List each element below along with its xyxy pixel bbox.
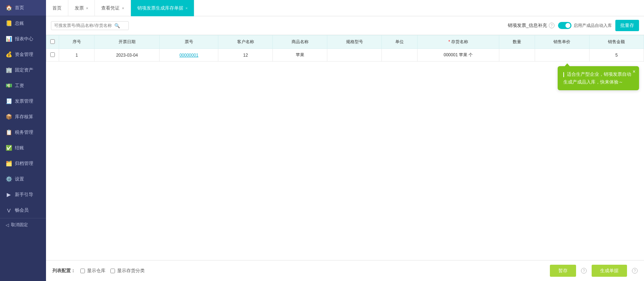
col-amount: 销售金额 — [589, 35, 644, 49]
col-seq: 序号 — [59, 35, 94, 49]
tab-sales-invoice[interactable]: 销项发票生成库存单据 × — [131, 0, 194, 16]
assets-icon: 🏢 — [6, 67, 12, 73]
row-model — [327, 49, 382, 62]
sidebar-item-report-center[interactable]: 📊 报表中心 — [0, 31, 46, 47]
save-help-icon[interactable]: ? — [581, 268, 587, 274]
sidebar-item-fund-management[interactable]: 💰 资金管理 — [0, 47, 46, 62]
guide-icon: ▶ — [6, 191, 12, 198]
main-area: 首页 发票 × 查看凭证 × 销项发票生成库存单据 × 🔍 销项发票_信息补充 … — [46, 0, 644, 281]
payroll-icon: 💵 — [6, 82, 12, 89]
save-button[interactable]: 暂存 — [550, 265, 576, 277]
show-category-checkbox[interactable] — [110, 269, 115, 273]
tab-invoice-close[interactable]: × — [86, 6, 88, 10]
col-model: 规格型号 — [327, 35, 382, 49]
row-invoice-no[interactable]: 00000001 — [160, 49, 218, 62]
search-icon: 🔍 — [114, 23, 120, 28]
show-category-label: 显示存货分类 — [117, 268, 145, 274]
sidebar: 🏠 首页 📒 总账 📊 报表中心 💰 资金管理 🏢 固定资产 💵 工资 🧾 发票… — [0, 0, 46, 281]
row-amount: 5 — [589, 49, 644, 62]
col-product-name: 商品名称 — [273, 35, 327, 49]
sidebar-item-home[interactable]: 🏠 首页 — [0, 0, 46, 16]
tab-invoice[interactable]: 发票 × — [68, 0, 95, 16]
list-config-label: 列表配置： — [52, 268, 75, 274]
tab-bar: 首页 发票 × 查看凭证 × 销项发票生成库存单据 × — [46, 0, 644, 16]
col-checkbox — [46, 35, 59, 49]
tooltip-close-button[interactable]: × — [633, 69, 636, 74]
row-inventory-name: 000001 苹果 个 — [417, 49, 499, 62]
info-label: 销项发票_信息补充 ? — [508, 22, 554, 29]
sidebar-item-invoice-management[interactable]: 🧾 发票管理 — [0, 93, 46, 109]
batch-save-button[interactable]: 批量存 — [615, 20, 639, 31]
row-unit-price — [535, 49, 589, 62]
show-category-group: 显示存货分类 — [110, 268, 145, 274]
tooltip-cursor — [563, 72, 564, 77]
sidebar-item-inventory[interactable]: 📦 库存核算 — [0, 109, 46, 125]
generate-help-icon[interactable]: ? — [632, 268, 638, 274]
col-inventory-name: 存货名称 — [417, 35, 499, 49]
pin-icon: ◁ — [6, 223, 9, 228]
invoice-icon: 🧾 — [6, 98, 12, 104]
sidebar-item-settlement[interactable]: ✅ 结账 — [0, 140, 46, 156]
tooltip-text: 适合生产型企业，销项发票自动生成产成品入库，快来体验～ — [563, 71, 631, 85]
row-customer: 12 — [218, 49, 273, 62]
tab-sales-invoice-close[interactable]: × — [185, 6, 188, 10]
row-product-name: 苹果 — [273, 49, 327, 62]
row-checkbox-cell — [46, 49, 59, 62]
inventory-icon: 📦 — [6, 114, 12, 120]
report-icon: 📊 — [6, 36, 12, 42]
row-quantity — [499, 49, 535, 62]
sidebar-item-settings[interactable]: ⚙️ 设置 — [0, 171, 46, 187]
sidebar-item-guide[interactable]: ▶ 新手引导 — [0, 187, 46, 202]
footer: 列表配置： 显示仓库 显示存货分类 暂存 ? 生成单据 ? — [46, 260, 644, 281]
sidebar-item-general-ledger[interactable]: 📒 总账 — [0, 16, 46, 31]
content-area: 🔍 销项发票_信息补充 ? 启用产成品自动入库 批量存 — [46, 16, 644, 281]
tab-voucher-close[interactable]: × — [122, 6, 124, 10]
col-unit-price: 销售单价 — [535, 35, 589, 49]
tax-icon: 📋 — [6, 129, 12, 136]
membership-icon: V — [6, 207, 12, 213]
data-table: 序号 开票日期 票号 客户名称 商品名称 规格型号 单位 存货名称 数量 销售单… — [46, 35, 644, 62]
search-input[interactable] — [54, 23, 114, 28]
row-checkbox[interactable] — [50, 52, 55, 57]
tooltip: 适合生产型企业，销项发票自动生成产成品入库，快来体验～ × — [558, 66, 639, 90]
row-seq: 1 — [59, 49, 94, 62]
sidebar-item-archive[interactable]: 🗂️ 归档管理 — [0, 156, 46, 171]
sidebar-item-fixed-assets[interactable]: 🏢 固定资产 — [0, 62, 46, 78]
tab-voucher[interactable]: 查看凭证 × — [95, 0, 131, 16]
col-date: 开票日期 — [94, 35, 160, 49]
settlement-icon: ✅ — [6, 145, 12, 151]
sidebar-item-tax-management[interactable]: 📋 税务管理 — [0, 125, 46, 140]
show-warehouse-checkbox[interactable] — [80, 269, 85, 273]
generate-button[interactable]: 生成单据 — [592, 265, 627, 277]
sidebar-item-payroll[interactable]: 💵 工资 — [0, 78, 46, 93]
toggle-group: 启用产成品自动入库 — [558, 22, 612, 29]
search-box[interactable]: 🔍 — [51, 21, 129, 30]
col-invoice-no: 票号 — [160, 35, 218, 49]
tab-home[interactable]: 首页 — [46, 0, 68, 16]
archive-icon: 🗂️ — [6, 160, 12, 167]
show-warehouse-group: 显示仓库 — [80, 268, 105, 274]
settings-icon: ⚙️ — [6, 176, 12, 182]
ledger-icon: 📒 — [6, 20, 12, 27]
row-unit — [382, 49, 417, 62]
row-date: 2023-03-04 — [94, 49, 160, 62]
show-warehouse-label: 显示仓库 — [87, 268, 105, 274]
col-customer: 客户名称 — [218, 35, 273, 49]
sidebar-item-membership[interactable]: V 畅会员 — [0, 202, 46, 218]
sidebar-pin-button[interactable]: ◁ 取消固定 — [0, 218, 46, 231]
table-row: 1 2023-03-04 00000001 12 苹果 000001 苹果 个 … — [46, 49, 644, 62]
toolbar: 🔍 销项发票_信息补充 ? 启用产成品自动入库 批量存 — [46, 16, 644, 35]
home-icon: 🏠 — [6, 5, 12, 11]
table-wrap: 序号 开票日期 票号 客户名称 商品名称 规格型号 单位 存货名称 数量 销售单… — [46, 35, 644, 260]
auto-stock-toggle[interactable] — [558, 22, 571, 29]
col-quantity: 数量 — [499, 35, 535, 49]
col-unit: 单位 — [382, 35, 417, 49]
info-icon[interactable]: ? — [549, 23, 554, 28]
select-all-checkbox[interactable] — [50, 39, 55, 44]
fund-icon: 💰 — [6, 51, 12, 58]
